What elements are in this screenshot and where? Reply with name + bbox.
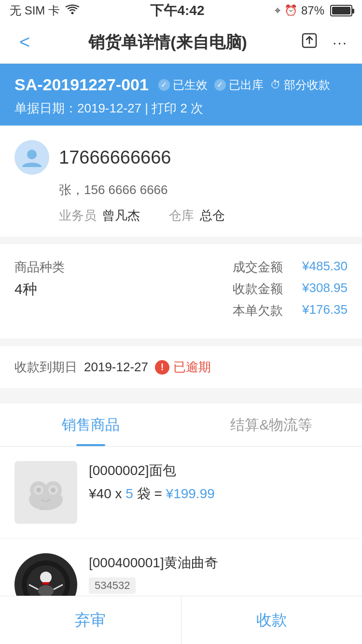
product-qty-bread: 5 [125,486,133,501]
received-row: 收款金额 ¥308.95 [233,280,348,297]
order-id: SA-20191227-001 [14,75,149,94]
owing-value: ¥176.35 [302,302,348,319]
received-value: ¥308.95 [302,280,348,297]
nav-bar: < 销货单详情(来自电脑) ··· [0,21,362,64]
svg-text:罗+: 罗+ [40,505,47,511]
product-price-bread: ¥40 x 5 袋 = ¥199.99 [89,485,348,503]
confirm-payment-button[interactable]: 收款 [181,596,362,644]
salesperson-label: 业务员 [59,207,97,224]
banner-date-info: 单据日期：2019-12-27 | 打印 2 次 [14,100,348,117]
due-label: 收款到期日 [14,359,77,376]
svg-point-15 [38,585,54,597]
wifi-icon [65,4,80,17]
status-tags: ✓ 已生效 ✓ 已出库 ⏱ 部分收款 [158,77,330,93]
overdue-text: 已逾期 [173,359,211,376]
battery-icon [330,5,352,16]
header-banner: SA-20191227-001 ✓ 已生效 ✓ 已出库 ⏱ 部分收款 单据日期：… [0,64,362,126]
product-item: 罗+ [0000002]面包 ¥40 x 5 袋 = ¥199.99 [0,447,362,539]
check-icon-1: ✓ [158,79,170,91]
svg-point-2 [27,150,37,159]
tabs-section: 销售商品 结算&物流等 [0,404,362,447]
cancel-button[interactable]: 弃审 [0,596,181,644]
avatar [14,140,49,175]
clock-icon: ⏱ [270,79,281,91]
amount-label: 成交金额 [233,259,283,276]
due-date-value: 2019-12-27 [84,360,148,375]
owing-label: 本单欠款 [233,302,283,319]
tabs-row: 销售商品 结算&物流等 [0,404,362,446]
overdue-badge: ! 已逾期 [155,359,211,376]
customer-phone: 17666666666 [59,147,171,168]
back-button[interactable]: < [14,27,35,57]
status-bar: 无 SIM 卡 下午4:42 ⌖ ⏰ 87% [0,0,362,21]
stats-left: 商品种类 4种 [14,259,65,299]
customer-section: 17666666666 张，156 6666 6666 业务员 曾凡杰 仓库 总… [0,126,362,237]
due-section: 收款到期日 2019-12-27 ! 已逾期 [0,346,362,388]
svg-rect-14 [42,582,49,585]
svg-point-9 [51,488,56,492]
status-shipped: ✓ 已出库 [214,77,264,93]
amount-value: ¥485.30 [302,259,348,276]
product-sku-cookie: 534532 [89,577,136,594]
tab-sales-products[interactable]: 销售商品 [0,404,181,446]
customer-details: 张，156 6666 6666 [14,182,348,198]
share-icon[interactable] [301,32,318,53]
salesperson-value: 曾凡杰 [102,207,140,224]
product-type-count: 4种 [14,280,65,299]
battery-text: 87% [301,4,324,17]
page-title: 销货单详情(来自电脑) [88,31,247,54]
product-total-bread: ¥199.99 [166,486,215,501]
stats-right: 成交金额 ¥485.30 收款金额 ¥308.95 本单欠款 ¥176.35 [233,259,348,324]
stats-section: 商品种类 4种 成交金额 ¥485.30 收款金额 ¥308.95 本单欠款 ¥… [0,244,362,338]
status-right: ⌖ ⏰ 87% [275,4,352,17]
warehouse-label: 仓库 [169,207,194,224]
product-info-bread: [0000002]面包 ¥40 x 5 袋 = ¥199.99 [89,461,348,503]
salesperson-item: 业务员 曾凡杰 [59,207,140,224]
customer-meta: 业务员 曾凡杰 仓库 总仓 [14,207,348,224]
svg-point-8 [36,488,41,492]
customer-row: 17666666666 [14,140,348,175]
status-time: 下午4:42 [150,1,204,20]
separator-1 [0,396,362,404]
status-left: 无 SIM 卡 [10,3,80,18]
tab-settlement-logistics[interactable]: 结算&物流等 [181,404,362,446]
status-effective: ✓ 已生效 [158,77,208,93]
svg-point-0 [71,12,74,14]
product-name-cookie: [000400001]黄油曲奇 [89,553,348,572]
check-icon-2: ✓ [214,79,226,91]
carrier-text: 无 SIM 卡 [10,3,60,18]
received-label: 收款金额 [233,280,283,297]
overdue-icon: ! [155,360,169,375]
warehouse-item: 仓库 总仓 [169,207,225,224]
product-name-bread: [0000002]面包 [89,461,348,480]
nav-actions: ··· [301,32,348,53]
alarm-icon: ⏰ [284,4,297,17]
status-partial-payment: ⏱ 部分收款 [270,77,330,93]
bottom-bar: 弃审 收款 [0,596,362,644]
svg-point-13 [40,572,52,583]
amount-row: 成交金额 ¥485.30 [233,259,348,276]
location-icon: ⌖ [275,4,280,17]
more-icon[interactable]: ··· [333,34,348,51]
product-type-label: 商品种类 [14,259,65,276]
owing-row: 本单欠款 ¥176.35 [233,302,348,319]
warehouse-value: 总仓 [200,207,225,224]
product-thumbnail-bread: 罗+ [14,461,77,524]
